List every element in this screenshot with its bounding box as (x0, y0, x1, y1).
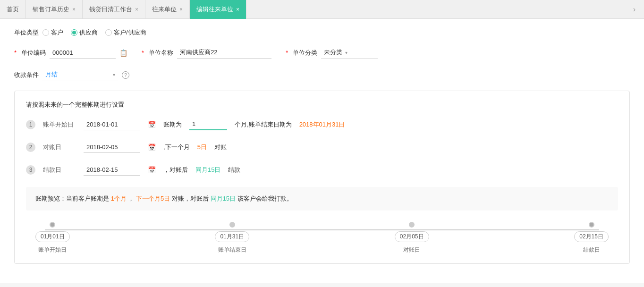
row-1-date-input[interactable] (84, 119, 140, 130)
unit-name-label: 单位名称 (149, 49, 173, 57)
radio-group-unit-type: 客户 供应商 客户/供应商 (42, 28, 146, 37)
radio-customer-circle (42, 29, 49, 36)
preview-mid2: 对账，对账后 (172, 195, 209, 202)
row-2-suffix-end: 对账 (214, 143, 227, 152)
unit-category-select[interactable]: 未分类 ▾ (321, 46, 378, 59)
payment-terms-row: 收款条件 月结 ▾ ? (14, 68, 630, 81)
tab-edit-partner-label: 编辑往来单位 (196, 5, 233, 14)
timeline-item-3: 02月15日 结款日 (574, 222, 609, 254)
radio-supplier-label: 供应商 (79, 28, 98, 37)
radio-supplier[interactable]: 供应商 (71, 28, 98, 37)
unit-code-star: * (14, 49, 17, 56)
tab-cash-workbench-close[interactable]: × (135, 6, 138, 13)
unit-code-label: 单位编码 (21, 49, 46, 57)
tab-partner[interactable]: 往来单位 × (145, 0, 190, 19)
payment-terms-label: 收款条件 (14, 71, 39, 79)
timeline-dot-0 (50, 222, 55, 228)
timeline-date-2: 02月05日 (395, 231, 429, 242)
unit-category-item: * 单位分类 未分类 ▾ (286, 46, 378, 59)
row-3-highlight: 同月15日 (195, 166, 220, 174)
timeline-item-2: 02月05日 对账日 (395, 222, 429, 254)
help-icon[interactable]: ? (122, 71, 129, 79)
row-1-period-unit: 个月,账单结束日期为 (235, 120, 292, 129)
tab-partner-close[interactable]: × (179, 6, 183, 13)
unit-type-item: 单位类型 客户 供应商 客户/供应商 (14, 28, 146, 37)
row-1-label: 账单开始日 (43, 120, 76, 129)
row-2-cal-icon[interactable]: 📅 (148, 144, 156, 151)
tab-sales-history-label: 销售订单历史 (33, 5, 69, 14)
payment-terms-chevron: ▾ (113, 72, 115, 77)
tab-bar: 首页 销售订单历史 × 钱货日清工作台 × 往来单位 × 编辑往来单位 × › (0, 0, 644, 19)
radio-both-label: 客户/供应商 (114, 28, 146, 37)
section-title: 请按照未来的一个完整帐期进行设置 (26, 101, 618, 109)
row-1-end-date: 2018年01月31日 (299, 120, 345, 129)
tab-cash-workbench[interactable]: 钱货日清工作台 × (83, 0, 145, 19)
row-num-1: 1 (26, 120, 35, 129)
period-row-2: 2 对账日 📅 ,下一个月 5日 对账 (26, 142, 618, 153)
timeline: 01月01日 账单开始日 01月31日 账单结束日 02月05日 对账日 02月… (26, 222, 618, 254)
timeline-item-1: 01月31日 账单结束日 (215, 222, 249, 254)
timeline-sublabel-2: 对账日 (403, 246, 420, 254)
timeline-date-0: 01月01日 (35, 231, 70, 242)
tab-cash-workbench-label: 钱货日清工作台 (89, 5, 132, 14)
tab-partner-label: 往来单位 (152, 5, 177, 14)
timeline-dot-3 (589, 222, 594, 228)
preview-highlight3: 同月15日 (211, 195, 236, 202)
preview-suffix: 该客户会给我打款。 (237, 195, 293, 202)
unit-info-row: * 单位编码 📋 * 单位名称 * 单位分类 未分类 ▾ (14, 46, 630, 59)
period-row-1: 1 账单开始日 📅 账期为 个月,账单结束日期为 2018年01月31日 (26, 118, 618, 130)
row-1-cal-icon[interactable]: 📅 (148, 121, 156, 128)
row-1-period-input[interactable] (189, 118, 227, 130)
unit-category-chevron: ▾ (345, 50, 347, 55)
tab-more-button[interactable]: › (628, 5, 640, 14)
row-1-mid-text: 账期为 (163, 120, 182, 129)
timeline-sublabel-1: 账单结束日 (218, 246, 246, 254)
radio-customer[interactable]: 客户 (42, 28, 63, 37)
tab-sales-history-close[interactable]: × (72, 6, 76, 13)
tab-sales-history[interactable]: 销售订单历史 × (26, 0, 83, 19)
timeline-sublabel-0: 账单开始日 (38, 246, 67, 254)
unit-name-input[interactable] (177, 47, 271, 59)
preview-mid1: ， (128, 195, 134, 202)
row-2-highlight: 5日 (197, 143, 207, 152)
unit-category-star: * (286, 49, 288, 56)
row-3-date-input[interactable] (84, 164, 140, 176)
row-2-suffix-text: ,下一个月 (163, 143, 190, 152)
payment-terms-value: 月结 (45, 70, 113, 79)
row-3-suffix-text: ，对账后 (163, 166, 188, 174)
timeline-date-3: 02月15日 (574, 231, 609, 242)
radio-both-circle (105, 29, 112, 36)
tab-edit-partner-close[interactable]: × (236, 6, 239, 13)
unit-code-input[interactable] (50, 47, 116, 59)
row-2-date-input[interactable] (84, 142, 140, 153)
period-row-3: 3 结款日 📅 ，对账后 同月15日 结款 (26, 164, 618, 176)
timeline-dot-2 (409, 222, 415, 228)
radio-customer-label: 客户 (51, 28, 63, 37)
period-section: 请按照未来的一个完整帐期进行设置 1 账单开始日 📅 账期为 个月,账单结束日期… (14, 91, 630, 264)
timeline-dot-1 (229, 222, 235, 228)
unit-name-item: * 单位名称 (142, 47, 271, 59)
payment-terms-select[interactable]: 月结 ▾ (42, 68, 118, 81)
row-3-cal-icon[interactable]: 📅 (148, 166, 156, 174)
timeline-date-1: 01月31日 (215, 231, 249, 242)
preview-prefix: 账期预览：当前客户账期是 (35, 195, 109, 202)
unit-code-icon[interactable]: 📋 (119, 49, 127, 57)
tab-home[interactable]: 首页 (4, 0, 26, 19)
main-content: 单位类型 客户 供应商 客户/供应商 * 单位编码 (0, 19, 644, 283)
row-3-suffix-end: 结款 (228, 166, 240, 174)
row-2-label: 对账日 (43, 143, 76, 152)
tab-home-label: 首页 (7, 5, 19, 14)
account-preview-box: 账期预览：当前客户账期是 1个月 ， 下一个月5日 对账，对账后 同月15日 该… (26, 187, 618, 211)
timeline-items: 01月01日 账单开始日 01月31日 账单结束日 02月05日 对账日 02月… (35, 222, 609, 254)
unit-category-label: 单位分类 (293, 49, 317, 57)
unit-category-value: 未分类 (324, 48, 342, 57)
unit-type-row: 单位类型 客户 供应商 客户/供应商 (14, 28, 630, 37)
timeline-sublabel-3: 结款日 (583, 246, 600, 254)
tab-edit-partner[interactable]: 编辑往来单位 × (190, 0, 246, 19)
unit-name-star: * (142, 49, 144, 56)
preview-highlight1: 1个月 (111, 195, 127, 202)
radio-both[interactable]: 客户/供应商 (105, 28, 146, 37)
row-3-label: 结款日 (43, 166, 76, 174)
row-num-3: 3 (26, 165, 35, 175)
payment-terms-item: 收款条件 月结 ▾ ? (14, 68, 129, 81)
